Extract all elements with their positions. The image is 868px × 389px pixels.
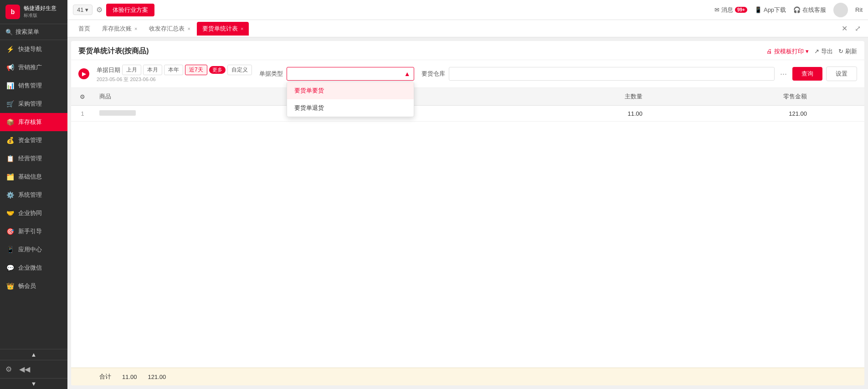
type-dropdown-menu: 要货单要货 要货单退货: [287, 82, 414, 117]
topbar-right: ✉ 消息 99+ 📱 App下载 🎧 在线客服 Rit: [714, 3, 863, 17]
sidebar-search[interactable]: 🔍 搜索菜单: [0, 24, 67, 40]
date-btn-7days[interactable]: 近7天: [185, 65, 207, 75]
topbar: 41 ▾ ⚙ 体验行业方案 ✉ 消息 99+ 📱 App下载 🎧 在线客服 Ri…: [67, 0, 868, 20]
type-label: 单据类型: [259, 70, 283, 78]
tab-home[interactable]: 首页: [73, 22, 96, 36]
sidebar-item-quick-nav[interactable]: ⚡ 快捷导航: [0, 40, 67, 58]
appstore-icon: 📱: [5, 245, 15, 254]
store-selector[interactable]: 41 ▾: [73, 5, 92, 15]
dropdown-item-order-goods[interactable]: 要货单要货: [287, 82, 414, 99]
table-footer: 合计 11.00 121.00: [71, 368, 864, 385]
sidebar-item-base[interactable]: 🗂️ 基础信息: [0, 168, 67, 186]
chevron-up-icon: ▲: [31, 351, 37, 358]
sidebar-item-member[interactable]: 👑 畅会员: [0, 277, 67, 295]
dropdown-arrow-icon: ▾: [85, 6, 88, 13]
chevron-down-icon: ▼: [31, 380, 37, 387]
purchase-icon: 🛒: [5, 99, 15, 108]
sidebar-item-guide[interactable]: 🎯 新手引导: [0, 222, 67, 241]
filter-date-buttons: 单据日期 上月 本月 本年 近7天 更多 自定义: [97, 65, 252, 75]
sidebar-item-finance[interactable]: 💰 资金管理: [0, 131, 67, 149]
date-btn-this-year[interactable]: 本年: [164, 65, 183, 75]
footer-amount-value: 121.00: [148, 374, 166, 380]
tab-bar: 首页 库存批次账 × 收发存汇总表 × 要货单统计表 × ✕ ⤢: [67, 20, 868, 37]
app-download-button[interactable]: 📱 App下载: [755, 6, 786, 14]
tab-order-stats[interactable]: 要货单统计表 ×: [197, 22, 249, 36]
table-settings-icon[interactable]: ⚙: [80, 93, 85, 100]
date-btn-custom[interactable]: 自定义: [227, 65, 252, 75]
sidebar-item-operations[interactable]: 📋 经营管理: [0, 149, 67, 168]
tab-home-label: 首页: [78, 25, 90, 33]
td-product: [94, 106, 319, 122]
date-btn-this-month[interactable]: 本月: [143, 65, 162, 75]
type-select-input[interactable]: [287, 67, 414, 81]
th-extra: [812, 88, 864, 106]
tab-close-all-icon[interactable]: ✕: [840, 23, 849, 34]
tab-batch-close-icon[interactable]: ×: [134, 26, 137, 31]
page-title: 要货单统计表(按商品): [78, 46, 149, 56]
quick-nav-icon: ⚡: [5, 45, 15, 54]
store-name: 41: [77, 6, 83, 13]
more-options-icon[interactable]: ···: [778, 69, 789, 79]
date-label: 单据日期: [97, 66, 120, 74]
promo-button[interactable]: 体验行业方案: [106, 4, 154, 16]
tab-maximize-icon[interactable]: ⤢: [853, 23, 863, 34]
message-icon: ✉: [714, 6, 719, 13]
table-header-row: ⚙ 商品 主计量单位 主数量 零售金额: [71, 88, 864, 106]
sidebar-bottom: ⚙ ◀◀: [0, 360, 67, 378]
sidebar-item-purchase[interactable]: 🛒 采购管理: [0, 95, 67, 113]
messages-button[interactable]: ✉ 消息 99+: [714, 6, 747, 14]
guide-icon: 🎯: [5, 227, 15, 236]
print-dropdown-icon: ▾: [806, 48, 809, 55]
sidebar-item-appstore[interactable]: 📱 应用中心: [0, 241, 67, 259]
filter-expand-button[interactable]: ▶: [78, 68, 89, 79]
sidebar-item-wechat[interactable]: 💬 企业微信: [0, 259, 67, 277]
td-extra: [812, 106, 864, 122]
tab-batch-label: 库存批次账: [102, 25, 132, 33]
sidebar-item-marketing[interactable]: 📢 营销推广: [0, 58, 67, 77]
sidebar-item-label-base: 基础信息: [18, 173, 42, 181]
print-icon: 🖨: [766, 48, 772, 55]
export-button[interactable]: ↗ 导出: [814, 47, 833, 56]
template-print-button[interactable]: 🖨 按模板打印 ▾: [766, 47, 809, 56]
sidebar-item-label-finance: 资金管理: [18, 136, 42, 144]
settings-icon[interactable]: ⚙: [5, 365, 12, 374]
tab-receipts[interactable]: 收发存汇总表 ×: [144, 22, 195, 36]
collapse-icon[interactable]: ◀◀: [19, 365, 30, 374]
operations-icon: 📋: [5, 154, 15, 163]
query-button[interactable]: 查询: [792, 67, 822, 81]
sidebar-item-label-sales: 销售管理: [18, 82, 42, 90]
warehouse-input[interactable]: [449, 67, 775, 81]
sidebar-item-inventory[interactable]: 📦 库存核算: [0, 113, 67, 131]
member-icon: 👑: [5, 282, 15, 291]
td-amount: 121.00: [648, 106, 812, 122]
settings-button[interactable]: 设置: [826, 67, 857, 81]
tab-receipts-close-icon[interactable]: ×: [187, 26, 190, 31]
enterprise-icon: 🤝: [5, 209, 15, 218]
user-avatar[interactable]: [833, 3, 848, 17]
topbar-gear-icon[interactable]: ⚙: [96, 5, 103, 14]
tab-batch[interactable]: 库存批次账 ×: [97, 22, 143, 36]
dropdown-item-order-return[interactable]: 要货单退货: [287, 99, 414, 117]
sidebar-item-system[interactable]: ⚙️ 系统管理: [0, 186, 67, 204]
refresh-icon: ↻: [838, 48, 843, 55]
date-btn-last-month[interactable]: 上月: [122, 65, 141, 75]
sidebar-scroll-down[interactable]: ▼: [0, 378, 67, 389]
table-body: 1 块 11.00 121.00: [71, 106, 864, 122]
online-service-button[interactable]: 🎧 在线客服: [793, 6, 826, 14]
refresh-button[interactable]: ↻ 刷新: [838, 47, 857, 56]
sidebar-item-label-quick-nav: 快捷导航: [18, 45, 42, 53]
sidebar-scroll-up[interactable]: ▲: [0, 349, 67, 360]
footer-amount-item: 121.00: [148, 374, 166, 380]
sidebar: b 畅捷通好生意 标准版 🔍 搜索菜单 ⚡ 快捷导航 📢 营销推广 📊 销售管理…: [0, 0, 67, 389]
tab-order-stats-close-icon[interactable]: ×: [241, 26, 243, 31]
content-header: 要货单统计表(按商品) 🖨 按模板打印 ▾ ↗ 导出 ↻ 刷新: [71, 41, 864, 60]
topbar-left: 41 ▾ ⚙ 体验行业方案: [73, 4, 709, 16]
sidebar-item-enterprise[interactable]: 🤝 企业协同: [0, 204, 67, 222]
message-badge: 99+: [735, 7, 747, 13]
th-settings[interactable]: ⚙: [71, 88, 94, 106]
filter-type-group: 单据类型 ▲ 要货单要货 要货单退货: [259, 67, 414, 81]
type-select-wrapper: ▲ 要货单要货 要货单退货: [287, 67, 414, 81]
date-more-badge[interactable]: 更多: [209, 66, 226, 74]
sidebar-item-sales[interactable]: 📊 销售管理: [0, 77, 67, 95]
wechat-icon: 💬: [5, 263, 15, 272]
